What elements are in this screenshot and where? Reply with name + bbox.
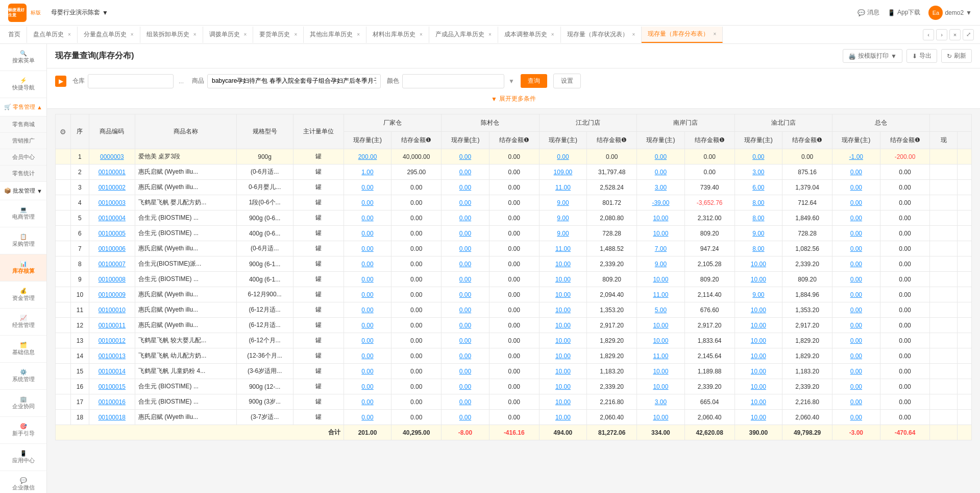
sidebar-item-member[interactable]: 会员中心: [0, 149, 46, 166]
cell-zc-qty[interactable]: 0.00: [832, 348, 880, 364]
cell-cc-qty[interactable]: 0.00: [442, 379, 489, 394]
cell-cc-qty[interactable]: 0.00: [442, 195, 489, 210]
cell-cc-qty[interactable]: 0.00: [442, 180, 489, 195]
cell-jb-qty[interactable]: 10.00: [539, 364, 587, 379]
sidebar-item-retail[interactable]: 🛒 零售管理 ▲: [0, 98, 46, 116]
sidebar-item-enterprise[interactable]: 🏢 企业协同: [0, 390, 46, 417]
table-container[interactable]: ⚙ 序 商品编码 商品名称 规格型号 主计量单位 厂家仓 陈村仓 江北门店 南岸…: [47, 109, 980, 493]
cell-na-qty[interactable]: 3.00: [637, 394, 685, 410]
cell-zc-qty[interactable]: 0.00: [832, 410, 880, 425]
tab-4-close[interactable]: ×: [244, 32, 247, 37]
tab-expand-btn[interactable]: ⤢: [963, 29, 974, 40]
query-btn[interactable]: 查询: [521, 74, 547, 88]
cell-na-qty[interactable]: 11.00: [637, 348, 685, 364]
sidebar-item-nav[interactable]: ⚡ 快捷导航: [0, 71, 46, 98]
cell-code[interactable]: 00100016: [89, 394, 135, 410]
cell-cc-qty[interactable]: 0.00: [442, 348, 489, 364]
cell-na-qty[interactable]: 10.00: [637, 272, 685, 287]
cell-code[interactable]: 0000003: [89, 149, 135, 165]
cell-zc-qty[interactable]: 0.00: [832, 364, 880, 379]
cell-jb-qty[interactable]: 10.00: [539, 333, 587, 348]
cell-cj-qty[interactable]: 200.00: [344, 149, 391, 165]
cell-na-qty[interactable]: 10.00: [637, 410, 685, 425]
cell-jb-qty[interactable]: 10.00: [539, 287, 587, 302]
cell-yb-qty[interactable]: 10.00: [734, 256, 782, 272]
settings-btn[interactable]: 设置: [553, 74, 581, 88]
cell-na-qty[interactable]: 10.00: [637, 379, 685, 394]
tab-4[interactable]: 调拨单历史 ×: [203, 27, 254, 43]
cell-cj-qty[interactable]: 0.00: [344, 256, 391, 272]
cell-cj-qty[interactable]: 0.00: [344, 272, 391, 287]
cell-yb-qty[interactable]: 3.00: [734, 165, 782, 180]
sidebar-item-ecommerce[interactable]: 💻 电商管理: [0, 200, 46, 227]
cell-jb-qty[interactable]: 0.00: [539, 149, 587, 165]
expand-conditions-btn[interactable]: ▼ 展开更多条件: [491, 95, 536, 103]
cell-cc-qty[interactable]: 0.00: [442, 165, 489, 180]
color-input[interactable]: [402, 74, 504, 88]
cell-zc-qty[interactable]: 0.00: [832, 394, 880, 410]
cell-zc-qty[interactable]: 0.00: [832, 287, 880, 302]
cell-cj-qty[interactable]: 0.00: [344, 410, 391, 425]
cell-jb-qty[interactable]: 11.00: [539, 241, 587, 256]
cell-code[interactable]: 00100007: [89, 256, 135, 272]
export-btn[interactable]: ⬇ 导出: [906, 49, 937, 63]
tab-1[interactable]: 盘点单历史 ×: [27, 27, 78, 43]
cell-cc-qty[interactable]: 0.00: [442, 410, 489, 425]
cell-code[interactable]: 00100008: [89, 272, 135, 287]
cell-zc-qty[interactable]: 0.00: [832, 318, 880, 333]
cell-code[interactable]: 00100010: [89, 302, 135, 318]
cell-na-qty[interactable]: 0.00: [637, 149, 685, 165]
cell-cc-qty[interactable]: 0.00: [442, 318, 489, 333]
tab-9[interactable]: 成本调整单历史 ×: [498, 27, 561, 43]
cell-cj-qty[interactable]: 0.00: [344, 318, 391, 333]
tab-9-close[interactable]: ×: [551, 32, 554, 37]
warehouse-input[interactable]: [88, 74, 174, 88]
cell-zc-qty[interactable]: 0.00: [832, 241, 880, 256]
sidebar-item-purchase[interactable]: 📋 采购管理: [0, 227, 46, 254]
cell-code[interactable]: 00100014: [89, 364, 135, 379]
cell-code[interactable]: 00100002: [89, 180, 135, 195]
app-download-btn[interactable]: 📱 App下载: [888, 8, 920, 17]
cell-cj-qty[interactable]: 0.00: [344, 348, 391, 364]
cell-yb-qty[interactable]: 6.00: [734, 180, 782, 195]
cell-na-qty[interactable]: 3.00: [637, 180, 685, 195]
cell-code[interactable]: 00100009: [89, 287, 135, 302]
goods-input[interactable]: [207, 74, 381, 88]
cell-yb-qty[interactable]: 10.00: [734, 379, 782, 394]
cell-cj-qty[interactable]: 0.00: [344, 180, 391, 195]
print-btn[interactable]: 🖨️ 按模版打印 ▼: [843, 49, 902, 63]
cell-code[interactable]: 00100018: [89, 410, 135, 425]
cell-cj-qty[interactable]: 0.00: [344, 287, 391, 302]
cell-jb-qty[interactable]: 10.00: [539, 318, 587, 333]
cell-cj-qty[interactable]: 1.00: [344, 165, 391, 180]
tab-6-close[interactable]: ×: [357, 32, 360, 37]
cell-jb-qty[interactable]: 109.00: [539, 165, 587, 180]
cell-na-qty[interactable]: 11.00: [637, 287, 685, 302]
sidebar-item-search[interactable]: 🔍 搜索英单: [0, 44, 46, 71]
cell-na-qty[interactable]: 10.00: [637, 364, 685, 379]
cell-na-qty[interactable]: -39.00: [637, 195, 685, 210]
cell-zc-qty[interactable]: 0.00: [832, 379, 880, 394]
cell-cc-qty[interactable]: 0.00: [442, 149, 489, 165]
cell-code[interactable]: 00100012: [89, 333, 135, 348]
cell-cc-qty[interactable]: 0.00: [442, 302, 489, 318]
tab-home[interactable]: 首页: [2, 27, 27, 43]
cell-zc-qty[interactable]: 0.00: [832, 272, 880, 287]
cell-cj-qty[interactable]: 0.00: [344, 333, 391, 348]
sidebar-item-wechat[interactable]: 💬 企业微信: [0, 471, 46, 493]
cell-yb-qty[interactable]: 8.00: [734, 210, 782, 226]
cell-na-qty[interactable]: 9.00: [637, 256, 685, 272]
sidebar-item-inventory[interactable]: 📊 库存核算: [0, 254, 46, 281]
cell-cj-qty[interactable]: 0.00: [344, 364, 391, 379]
cell-na-qty[interactable]: 10.00: [637, 210, 685, 226]
cell-jb-qty[interactable]: 10.00: [539, 379, 587, 394]
tab-5-close[interactable]: ×: [294, 32, 297, 37]
cell-zc-qty[interactable]: 0.00: [832, 333, 880, 348]
cell-cj-qty[interactable]: 0.00: [344, 394, 391, 410]
cell-jb-qty[interactable]: 10.00: [539, 394, 587, 410]
cell-cj-qty[interactable]: 0.00: [344, 241, 391, 256]
tab-7[interactable]: 材料出库单历史 ×: [366, 27, 429, 43]
cell-na-qty[interactable]: 10.00: [637, 226, 685, 241]
cell-jb-qty[interactable]: 10.00: [539, 272, 587, 287]
cell-jb-qty[interactable]: 10.00: [539, 348, 587, 364]
